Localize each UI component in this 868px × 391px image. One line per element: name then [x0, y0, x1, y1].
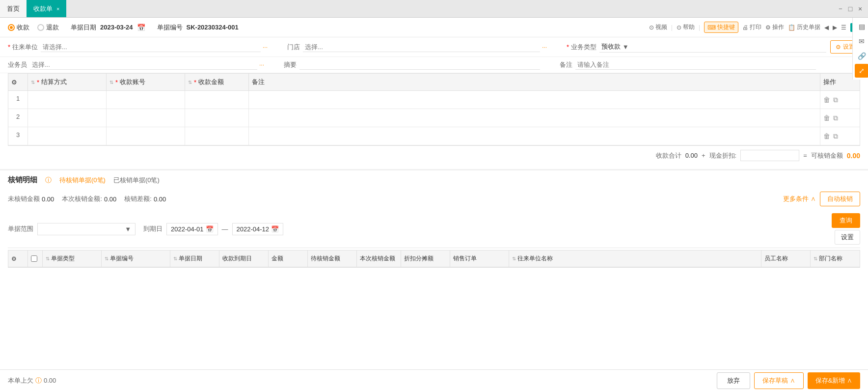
- list-view-btn[interactable]: ☰: [841, 24, 846, 31]
- table-row: 2 🗑 ⧉: [8, 109, 860, 127]
- counterpart-input[interactable]: [41, 42, 261, 52]
- cell-account-1[interactable]: [107, 91, 185, 109]
- cell-payment-2[interactable]: [28, 109, 107, 127]
- verify-header: 核销明细 ⓘ 待核销单据(0笔) 已核销单据(0笔): [8, 170, 860, 188]
- tab-done[interactable]: 已核销单据(0笔): [113, 176, 160, 185]
- query-btn[interactable]: 查询: [832, 213, 860, 228]
- save-draft-btn[interactable]: 保存草稿 ∧: [754, 372, 804, 389]
- btcol-checkbox[interactable]: [28, 251, 43, 267]
- video-btn[interactable]: ⊙ 视频: [649, 23, 667, 31]
- print-btn[interactable]: 🖨 打印: [742, 23, 761, 31]
- auto-verify-btn[interactable]: 自动核销: [820, 192, 860, 206]
- info-label: 本单上欠: [8, 376, 33, 385]
- help-btn[interactable]: ⊙ 帮助: [677, 23, 695, 31]
- col-settings[interactable]: ⚙: [8, 74, 28, 90]
- tab-home[interactable]: 首页: [0, 0, 27, 17]
- table-settings-btn[interactable]: 设置: [835, 230, 860, 245]
- delete-icon-3[interactable]: 🗑: [823, 132, 830, 140]
- tab-pending[interactable]: 待核销单据(0笔): [59, 176, 106, 185]
- operations-btn[interactable]: ⚙ 操作: [765, 23, 784, 31]
- discount-input[interactable]: [740, 150, 799, 161]
- more-conditions-link[interactable]: 更多条件 ∧: [783, 195, 816, 203]
- col-note: 备注: [249, 74, 820, 90]
- cell-payment-1[interactable]: [28, 91, 107, 109]
- staff-more[interactable]: ···: [259, 61, 264, 68]
- staff-input[interactable]: [30, 60, 257, 70]
- cell-amount-3[interactable]: [185, 127, 249, 145]
- cell-account-2[interactable]: [107, 109, 185, 127]
- btcol-bill-type: ⇅ 单据类型: [43, 251, 102, 267]
- right-panel: ▤ ✉ 🔗 ⤢: [852, 18, 868, 80]
- info-icon[interactable]: ⓘ: [35, 376, 42, 385]
- store-input[interactable]: [303, 42, 540, 52]
- tab-receipt-label: 收款单: [33, 4, 53, 13]
- rp-table-icon[interactable]: ▤: [855, 20, 868, 33]
- range-filter-group: 单据范围 ▼: [8, 223, 136, 235]
- rp-expand-icon[interactable]: ⤢: [855, 64, 868, 78]
- note-input[interactable]: [575, 60, 816, 70]
- shortcut-btn[interactable]: ⌨ 快捷键: [704, 22, 738, 33]
- next-btn[interactable]: ▶: [833, 24, 837, 31]
- counterpart-more[interactable]: ···: [263, 44, 268, 51]
- cell-payment-3[interactable]: [28, 127, 107, 145]
- copy-icon-3[interactable]: ⧉: [833, 132, 838, 140]
- btcol-discount: 折扣分摊额: [401, 251, 450, 267]
- delete-icon-1[interactable]: 🗑: [823, 96, 830, 104]
- save-draft-label: 保存草稿 ∧: [762, 376, 795, 385]
- cell-amount-1[interactable]: [185, 91, 249, 109]
- btcol-bill-date: ⇅ 单据日期: [170, 251, 219, 267]
- chevron-down-icon: ▼: [623, 43, 629, 51]
- btcol-settings[interactable]: ⚙: [8, 251, 28, 267]
- prev-btn[interactable]: ◀: [824, 24, 829, 31]
- bill-info: 单据日期 2023-03-24 📅 单据编号 SK-20230324-001: [71, 23, 239, 32]
- radio-refund[interactable]: 退款: [37, 23, 59, 32]
- btcol-current: 本次核销金额: [357, 251, 401, 267]
- tab-receipt[interactable]: 收款单 ×: [27, 0, 66, 17]
- tab-bar: 首页 收款单 × － □ ×: [0, 0, 868, 18]
- select-all-checkbox[interactable]: [31, 255, 37, 262]
- cell-account-3[interactable]: [107, 127, 185, 145]
- date-from-picker[interactable]: 2022-04-01 📅: [166, 223, 218, 235]
- minimize-btn[interactable]: －: [837, 5, 844, 13]
- btcol-due-date: 收款到期日: [219, 251, 269, 267]
- staff-label: 业务员: [8, 60, 27, 69]
- calendar-icon[interactable]: 📅: [137, 24, 145, 31]
- btcol-counterpart: ⇅ 往来单位名称: [509, 251, 761, 267]
- cell-note-1[interactable]: [249, 91, 820, 109]
- date-to-picker[interactable]: 2022-04-12 📅: [232, 223, 284, 235]
- cell-note-3[interactable]: [249, 127, 820, 145]
- tab-close-btn[interactable]: ×: [56, 6, 59, 12]
- bottom-table: ⚙ ⇅ 单据类型 ⇅ 单据编号 ⇅ 单据日期 收款到期日: [8, 250, 860, 268]
- cell-note-2[interactable]: [249, 109, 820, 127]
- store-more[interactable]: ···: [542, 44, 547, 51]
- counterpart-field: 往来单位 ···: [8, 42, 268, 52]
- equals-sign: =: [803, 152, 807, 159]
- rp-mail-icon[interactable]: ✉: [855, 34, 868, 48]
- close-btn[interactable]: ×: [856, 5, 864, 13]
- table-row: 1 🗑 ⧉: [8, 91, 860, 109]
- history-btn[interactable]: 📋 历史单据: [788, 23, 820, 31]
- rp-link-icon[interactable]: 🔗: [855, 49, 868, 63]
- range-select[interactable]: ▼: [37, 223, 136, 235]
- store-label: 门店: [287, 43, 300, 52]
- bill-date-value: 2023-03-24: [100, 24, 133, 31]
- date-filter-group: 到期日 2022-04-01 📅 — 2022-04-12 📅: [143, 223, 283, 235]
- copy-icon-1[interactable]: ⧉: [833, 96, 838, 104]
- abandon-btn[interactable]: 放弃: [717, 372, 750, 389]
- plus-sign: +: [702, 152, 705, 159]
- summary-input[interactable]: [299, 60, 540, 70]
- business-type-select[interactable]: 预收款 ▼: [599, 41, 826, 53]
- pending-tab-label: 待核销单据(0笔): [59, 176, 106, 185]
- save-new-btn[interactable]: 保存&新增 ∧: [808, 372, 860, 389]
- verify-info-icon[interactable]: ⓘ: [45, 176, 52, 185]
- delete-icon-2[interactable]: 🗑: [823, 114, 830, 122]
- verify-amount-value: 0.00: [847, 152, 860, 160]
- cell-amount-2[interactable]: [185, 109, 249, 127]
- form-fields-row2: 业务员 ··· 摘要 备注: [0, 57, 868, 73]
- copy-icon-2[interactable]: ⧉: [833, 114, 838, 122]
- radio-receipt[interactable]: 收款: [8, 23, 29, 32]
- table-row: 3 🗑 ⧉: [8, 127, 860, 145]
- maximize-btn[interactable]: □: [846, 5, 854, 13]
- row-num-3: 3: [8, 127, 28, 145]
- col-receipt-account: ⇅ * 收款账号: [107, 74, 185, 90]
